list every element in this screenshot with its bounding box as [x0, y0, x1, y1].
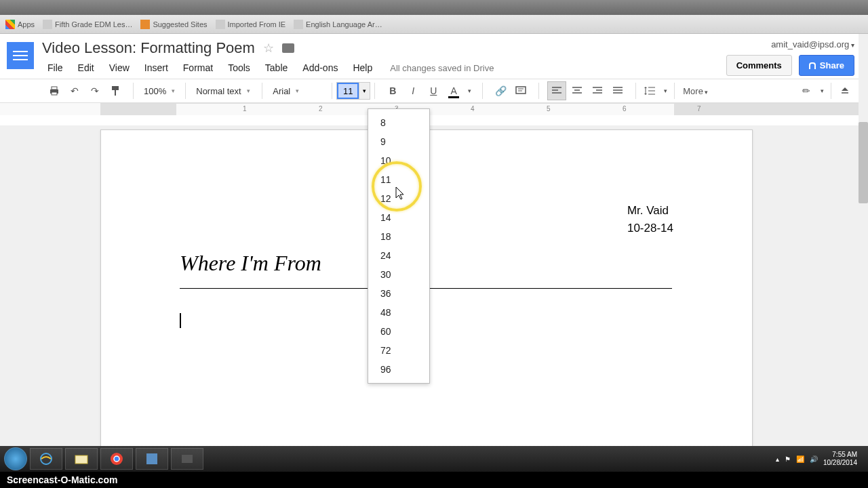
font-size-option-72[interactable]: 72	[368, 341, 429, 360]
tray-flag-icon[interactable]: ⚑	[785, 455, 791, 463]
menu-edit[interactable]: Edit	[73, 60, 100, 76]
star-icon[interactable]: ☆	[263, 41, 274, 56]
align-center-button[interactable]	[568, 81, 587, 100]
bookmark-apps[interactable]: Apps	[5, 20, 35, 29]
font-size-option-60[interactable]: 60	[368, 322, 429, 341]
font-size-option-12[interactable]: 12	[368, 189, 429, 208]
align-right-button[interactable]	[588, 81, 607, 100]
font-size-option-8[interactable]: 8	[368, 113, 429, 132]
menu-tools[interactable]: Tools	[222, 60, 256, 76]
font-size-option-24[interactable]: 24	[368, 246, 429, 265]
ruler-tick: 5	[547, 105, 551, 113]
font-family-select[interactable]: Arial	[267, 83, 328, 100]
bookmark-label: Imported From IE	[228, 20, 286, 28]
taskbar-app-2[interactable]	[171, 448, 203, 470]
font-size-option-11[interactable]: 11	[368, 170, 429, 189]
comments-button[interactable]: Comments	[726, 55, 792, 76]
text-color-dropdown[interactable]: ▾	[465, 81, 474, 100]
font-size-option-48[interactable]: 48	[368, 303, 429, 322]
system-tray[interactable]: ▴ ⚑ 📶 🔊 7:55 AM 10/28/2014	[776, 451, 864, 467]
docs-header: Video Lesson: Formatting Poem ☆ File Edi…	[0, 34, 868, 76]
font-size-option-10[interactable]: 10	[368, 151, 429, 170]
zoom-select[interactable]: 100%	[138, 83, 181, 100]
tray-chevron-icon[interactable]: ▴	[776, 455, 779, 463]
bookmark-label: English Language Ar…	[306, 20, 382, 28]
ruler[interactable]: 1 2 3 4 5 6 7	[0, 103, 868, 115]
docs-logo[interactable]	[7, 42, 34, 69]
vertical-scrollbar[interactable]	[859, 34, 868, 446]
underline-button[interactable]: U	[424, 81, 443, 100]
toolbar-more[interactable]: More	[679, 83, 712, 99]
font-size-dropdown-toggle[interactable]: ▾	[359, 83, 370, 99]
scrollbar-thumb[interactable]	[859, 122, 868, 203]
svg-rect-3	[112, 86, 119, 90]
watermark: Screencast-O-Matic.com	[0, 472, 868, 488]
start-button[interactable]	[4, 447, 27, 470]
document-title[interactable]: Video Lesson: Formatting Poem	[42, 39, 255, 57]
font-size-control[interactable]: ▾	[336, 82, 370, 100]
bold-button[interactable]: B	[383, 81, 402, 100]
menu-help[interactable]: Help	[347, 60, 378, 76]
taskbar-chrome[interactable]	[100, 448, 133, 470]
undo-button[interactable]: ↶	[65, 81, 84, 100]
document-canvas[interactable]: Mr. Vaid 10-28-14 Where I'm From	[0, 125, 868, 446]
insert-link-button[interactable]: 🔗	[491, 81, 510, 100]
font-size-option-30[interactable]: 30	[368, 265, 429, 284]
line-spacing-button[interactable]	[640, 81, 659, 100]
print-button[interactable]	[45, 81, 64, 100]
insert-comment-button[interactable]	[511, 81, 530, 100]
bookmark-item[interactable]: Fifth Grade EDM Les…	[43, 20, 132, 29]
bookmark-label: Fifth Grade EDM Les…	[55, 20, 132, 28]
menu-file[interactable]: File	[42, 60, 68, 76]
menu-format[interactable]: Format	[178, 60, 218, 76]
editing-mode-dropdown[interactable]: ▾	[817, 81, 827, 100]
bookmark-item[interactable]: English Language Ar…	[294, 20, 382, 29]
svg-rect-2	[52, 92, 57, 95]
document-header-right[interactable]: Mr. Vaid 10-28-14	[627, 202, 673, 237]
font-size-input[interactable]	[337, 83, 359, 99]
hide-menus-button[interactable]	[835, 81, 854, 100]
tray-volume-icon[interactable]: 🔊	[810, 455, 818, 463]
taskbar-explorer[interactable]	[65, 448, 98, 470]
svg-point-28	[114, 456, 119, 462]
menu-view[interactable]: View	[104, 60, 135, 76]
align-justify-button[interactable]	[608, 81, 627, 100]
font-size-option-9[interactable]: 9	[368, 132, 429, 151]
redo-button[interactable]: ↷	[85, 81, 104, 100]
bookmark-label: Suggested Sites	[153, 20, 207, 28]
watermark-text: Screencast-O-Matic.com	[7, 474, 117, 485]
user-email[interactable]: amit_vaid@ipsd.org	[771, 39, 854, 49]
editing-mode-button[interactable]: ✏	[797, 81, 816, 100]
move-folder-icon[interactable]	[282, 43, 294, 53]
font-size-option-14[interactable]: 14	[368, 208, 429, 227]
svg-rect-5	[516, 87, 526, 94]
font-size-option-18[interactable]: 18	[368, 227, 429, 246]
svg-rect-29	[146, 453, 157, 464]
bookmark-item[interactable]: Imported From IE	[216, 20, 286, 29]
menu-addons[interactable]: Add-ons	[297, 60, 343, 76]
menu-table[interactable]: Table	[260, 60, 293, 76]
windows-taskbar: ▴ ⚑ 📶 🔊 7:55 AM 10/28/2014	[0, 446, 868, 472]
browser-tabstrip	[0, 0, 868, 15]
font-size-option-36[interactable]: 36	[368, 284, 429, 303]
tray-date: 10/28/2014	[823, 459, 857, 467]
bookmark-label: Apps	[18, 20, 35, 28]
italic-button[interactable]: I	[403, 81, 422, 100]
bookmark-item[interactable]: Suggested Sites	[140, 20, 207, 29]
text-color-button[interactable]: A	[444, 81, 463, 100]
paragraph-style-select[interactable]: Normal text	[190, 83, 258, 100]
ruler-tick: 7	[697, 105, 701, 113]
taskbar-app-1[interactable]	[136, 448, 168, 470]
align-left-button[interactable]	[547, 81, 566, 100]
taskbar-ie[interactable]	[30, 448, 62, 470]
paint-format-button[interactable]	[106, 81, 125, 100]
folder-icon	[216, 20, 225, 29]
tray-network-icon[interactable]: 📶	[796, 455, 804, 463]
svg-rect-4	[115, 90, 116, 96]
share-button[interactable]: Share	[799, 55, 854, 76]
text-cursor	[180, 313, 181, 328]
line-spacing-dropdown[interactable]: ▾	[660, 81, 670, 100]
svg-rect-30	[182, 455, 193, 463]
font-size-option-96[interactable]: 96	[368, 360, 429, 379]
menu-insert[interactable]: Insert	[139, 60, 174, 76]
